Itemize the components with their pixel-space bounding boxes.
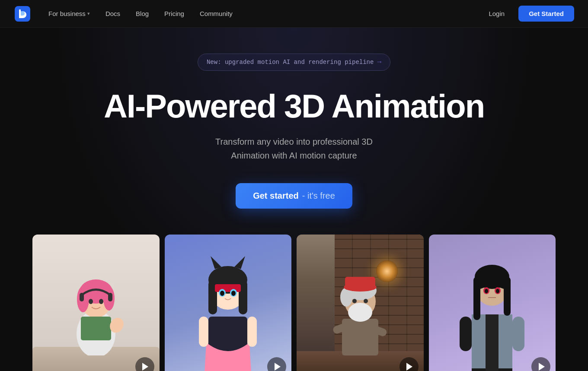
svg-point-46 — [496, 289, 499, 293]
cta-free-label: - it's free — [302, 191, 335, 201]
svg-rect-10 — [81, 317, 111, 340]
nav-blog[interactable]: Blog — [129, 6, 156, 21]
svg-point-32 — [364, 299, 368, 303]
svg-point-23 — [231, 291, 236, 296]
svg-point-8 — [89, 299, 93, 304]
nav-right: Login Get Started — [480, 6, 574, 22]
nav-links: For business ▾ Docs Blog Pricing Communi… — [42, 6, 240, 21]
announcement-text: New: upgraded motion AI and rendering pi… — [207, 59, 374, 66]
get-started-cta-button[interactable]: Get started - it's free — [236, 183, 352, 209]
svg-point-22 — [220, 291, 224, 296]
svg-rect-24 — [199, 317, 208, 347]
card4-person-svg — [455, 247, 529, 371]
video-card-3[interactable] — [297, 235, 424, 371]
nav-docs[interactable]: Docs — [99, 6, 127, 21]
nav-community[interactable]: Community — [193, 6, 240, 21]
hero-section: New: upgraded motion AI and rendering pi… — [0, 28, 588, 371]
video-card-4[interactable] — [429, 235, 556, 371]
logo[interactable] — [14, 5, 31, 22]
hero-subtitle: Transform any video into professional 3D… — [215, 135, 373, 162]
nav-for-business[interactable]: For business ▾ — [42, 6, 97, 21]
chevron-down-icon: ▾ — [87, 11, 90, 16]
svg-rect-49 — [512, 317, 524, 351]
video-card-2[interactable] — [165, 235, 292, 371]
svg-rect-26 — [342, 319, 378, 355]
svg-marker-18 — [234, 256, 245, 269]
svg-rect-38 — [486, 314, 499, 371]
announcement-badge[interactable]: New: upgraded motion AI and rendering pi… — [198, 54, 390, 71]
svg-rect-36 — [345, 277, 375, 290]
nav-left: For business ▾ Docs Blog Pricing Communi… — [14, 5, 240, 22]
video-grid — [0, 235, 588, 371]
nav-pricing[interactable]: Pricing — [157, 6, 191, 21]
subtitle-line-1: Transform any video into professional 3D — [215, 137, 373, 146]
svg-point-45 — [485, 289, 488, 293]
login-button[interactable]: Login — [480, 6, 513, 21]
svg-marker-17 — [211, 256, 221, 269]
get-started-nav-button[interactable]: Get Started — [518, 6, 574, 22]
hero-title: AI-Powered 3D Animation — [104, 88, 484, 124]
card2-person-svg — [191, 247, 265, 371]
card2-play-button[interactable] — [267, 357, 286, 371]
arrow-icon: → — [377, 58, 381, 66]
svg-rect-48 — [460, 317, 472, 351]
svg-rect-25 — [247, 317, 257, 347]
card4-play-button[interactable] — [531, 357, 550, 371]
cta-label: Get started — [253, 191, 299, 201]
svg-point-31 — [352, 299, 357, 303]
subtitle-line-2: Animation with AI motion capture — [231, 151, 357, 160]
video-card-1[interactable] — [32, 235, 160, 371]
card3-person-svg — [326, 260, 395, 355]
svg-point-30 — [348, 303, 372, 322]
card1-person-svg — [61, 260, 131, 355]
svg-rect-19 — [215, 284, 241, 292]
svg-point-9 — [99, 299, 103, 304]
navigation: For business ▾ Docs Blog Pricing Communi… — [0, 0, 588, 28]
